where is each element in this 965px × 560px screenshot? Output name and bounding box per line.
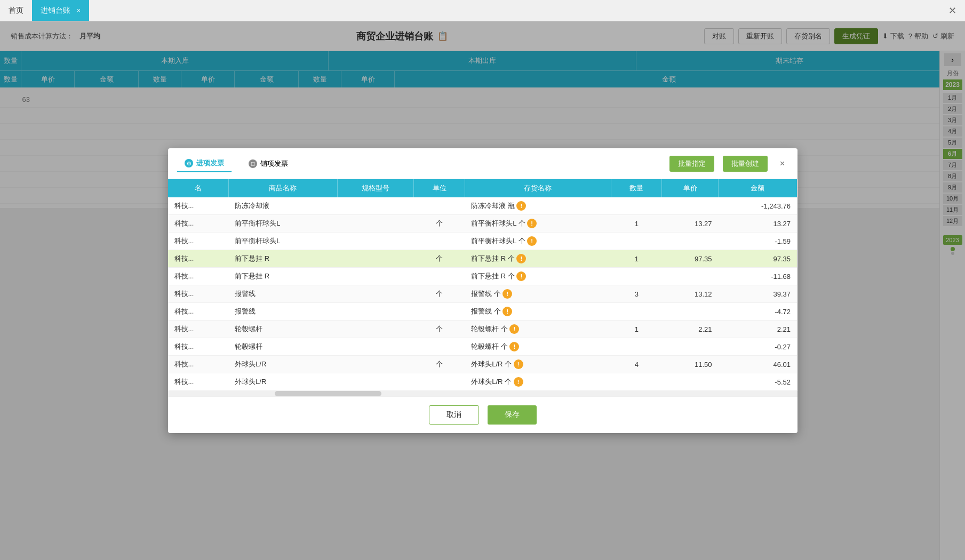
th-amount: 金额: [718, 179, 797, 197]
table-row[interactable]: 科技... 报警线 个 报警线 个 ! 3 13.12 39.37: [168, 285, 797, 303]
cell-unit: 个: [414, 250, 465, 268]
main-area: 销售成本计算方法： 月平均 商贸企业进销台账 📋 对账 重新开账 存货别名 生成…: [0, 21, 965, 560]
cell-stock-name: 轮毂螺杆 个 !: [465, 338, 611, 356]
dialog-close-button[interactable]: ×: [776, 157, 789, 170]
cell-stock-name: 轮毂螺杆 个 !: [465, 321, 611, 338]
cell-goods-name: 外球头L/R: [228, 373, 337, 391]
home-tab[interactable]: 首页: [0, 0, 32, 21]
table-row[interactable]: 科技... 外球头L/R 个 外球头L/R 个 ! 4 11.50 46.01: [168, 356, 797, 373]
cell-quantity: 4: [611, 356, 662, 373]
th-spec: 规格型号: [337, 179, 414, 197]
cell-unit-price: 97.35: [662, 250, 719, 268]
cell-quantity: [611, 268, 662, 285]
cell-amount: 2.21: [718, 321, 797, 338]
sales-tab-label: 销项发票: [260, 159, 288, 169]
cell-name: 科技...: [168, 321, 229, 338]
cell-unit: [414, 303, 465, 321]
dialog-header: ⊙ 进项发票 ◻ 销项发票 批量指定 批量创建 ×: [168, 148, 797, 179]
cell-name: 科技...: [168, 250, 229, 268]
table-row[interactable]: 科技... 前平衡杆球头L 前平衡杆球头L 个 ! -1.59: [168, 233, 797, 250]
th-unit: 单位: [414, 179, 465, 197]
table-row[interactable]: 科技... 外球头L/R 外球头L/R 个 ! -5.52: [168, 373, 797, 391]
cell-stock-name: 前平衡杆球头L 个 !: [465, 215, 611, 233]
purchase-tab-label: 进项发票: [196, 158, 224, 168]
dialog: ⊙ 进项发票 ◻ 销项发票 批量指定 批量创建 × 名: [168, 148, 797, 433]
tab-purchase-invoice[interactable]: ⊙ 进项发票: [177, 155, 232, 172]
cell-amount: 46.01: [718, 356, 797, 373]
cell-unit-price: [662, 233, 719, 250]
cell-unit: [414, 373, 465, 391]
th-unit-price: 单价: [662, 179, 719, 197]
cell-goods-name: 前下悬挂 R: [228, 250, 337, 268]
cell-name: 科技...: [168, 233, 229, 250]
cell-name: 科技...: [168, 303, 229, 321]
cell-quantity: 1: [611, 321, 662, 338]
cell-goods-name: 轮毂螺杆: [228, 338, 337, 356]
cell-unit-price: 13.12: [662, 285, 719, 303]
horizontal-scrollbar[interactable]: [168, 391, 797, 396]
dialog-overlay: ⊙ 进项发票 ◻ 销项发票 批量指定 批量创建 × 名: [0, 21, 965, 560]
cell-unit-price: 11.50: [662, 356, 719, 373]
cell-goods-name: 轮毂螺杆: [228, 321, 337, 338]
cell-goods-name: 外球头L/R: [228, 356, 337, 373]
table-header-row: 名 商品名称 规格型号 单位 存货名称 数量 单价 金额: [168, 179, 797, 197]
window-close-button[interactable]: ✕: [948, 5, 956, 17]
cell-spec: [337, 250, 414, 268]
table-row[interactable]: 科技... 前平衡杆球头L 个 前平衡杆球头L 个 ! 1 13.27 13.2…: [168, 215, 797, 233]
cell-name: 科技...: [168, 338, 229, 356]
cell-spec: [337, 338, 414, 356]
cell-stock-name: 防冻冷却液 瓶 !: [465, 197, 611, 215]
scrollbar-thumb[interactable]: [275, 391, 381, 396]
warning-icon: !: [503, 307, 512, 316]
cell-unit-price: 2.21: [662, 321, 719, 338]
active-tab-label: 进销台账: [41, 6, 70, 15]
cell-quantity: [611, 197, 662, 215]
dialog-table-body: 科技... 防冻冷却液 防冻冷却液 瓶 ! -1,243.76 科技... 前平…: [168, 197, 797, 391]
table-row[interactable]: 科技... 报警线 报警线 个 ! -4.72: [168, 303, 797, 321]
cell-name: 科技...: [168, 268, 229, 285]
cell-unit: 个: [414, 215, 465, 233]
batch-assign-button[interactable]: 批量指定: [669, 156, 714, 172]
cell-amount: -11.68: [718, 268, 797, 285]
cell-stock-name: 外球头L/R 个 !: [465, 356, 611, 373]
cell-unit-price: [662, 338, 719, 356]
warning-icon: !: [509, 342, 519, 351]
cell-amount: 97.35: [718, 250, 797, 268]
cell-name: 科技...: [168, 215, 229, 233]
cell-unit: [414, 233, 465, 250]
table-row[interactable]: 科技... 轮毂螺杆 轮毂螺杆 个 ! -0.27: [168, 338, 797, 356]
warning-icon: !: [516, 201, 526, 211]
table-row[interactable]: 科技... 前下悬挂 R 个 前下悬挂 R 个 ! 1 97.35 97.35: [168, 250, 797, 268]
cell-spec: [337, 285, 414, 303]
cell-name: 科技...: [168, 285, 229, 303]
cell-quantity: 1: [611, 215, 662, 233]
sales-tab-icon: ◻: [249, 159, 257, 168]
batch-create-button[interactable]: 批量创建: [723, 156, 768, 172]
tab-sales-invoice[interactable]: ◻ 销项发票: [241, 155, 296, 172]
th-name: 名: [168, 179, 229, 197]
table-row[interactable]: 科技... 前下悬挂 R 前下悬挂 R 个 ! -11.68: [168, 268, 797, 285]
cell-spec: [337, 268, 414, 285]
cell-unit: 个: [414, 321, 465, 338]
cell-spec: [337, 197, 414, 215]
tab-close-icon[interactable]: ×: [77, 7, 81, 14]
cell-unit: [414, 197, 465, 215]
warning-icon: !: [514, 377, 523, 387]
cell-quantity: [611, 373, 662, 391]
table-row[interactable]: 科技... 轮毂螺杆 个 轮毂螺杆 个 ! 1 2.21 2.21: [168, 321, 797, 338]
purchase-tab-icon: ⊙: [185, 159, 193, 167]
cell-unit: [414, 338, 465, 356]
table-row[interactable]: 科技... 防冻冷却液 防冻冷却液 瓶 ! -1,243.76: [168, 197, 797, 215]
dialog-table-container[interactable]: 名 商品名称 规格型号 单位 存货名称 数量 单价 金额 科技...: [168, 179, 797, 391]
cell-goods-name: 防冻冷却液: [228, 197, 337, 215]
cell-unit: 个: [414, 285, 465, 303]
warning-icon: !: [503, 289, 512, 299]
dialog-footer: 取消 保存: [168, 396, 797, 433]
cell-stock-name: 前平衡杆球头L 个 !: [465, 233, 611, 250]
save-button[interactable]: 保存: [488, 405, 537, 425]
cancel-button[interactable]: 取消: [429, 405, 479, 425]
cell-unit-price: [662, 268, 719, 285]
cell-stock-name: 前下悬挂 R 个 !: [465, 268, 611, 285]
active-tab[interactable]: 进销台账 ×: [32, 0, 89, 21]
cell-amount: -4.72: [718, 303, 797, 321]
